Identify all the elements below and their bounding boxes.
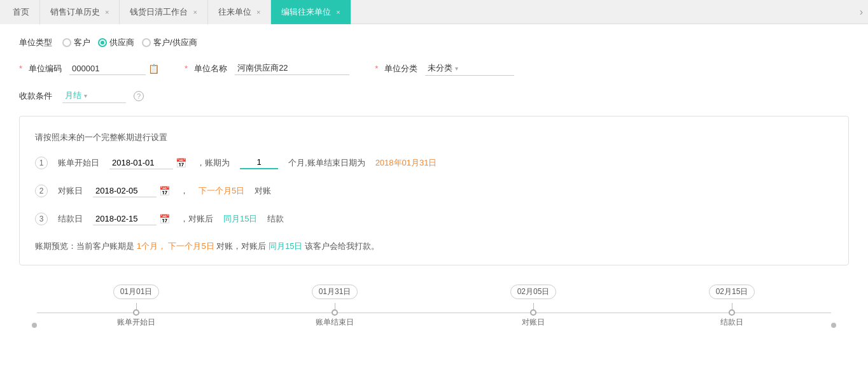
tl-date-2: 01月31日: [312, 285, 358, 299]
step-1-label: 账单开始日: [58, 157, 99, 169]
unit-type-label: 单位类型: [19, 37, 52, 48]
radio-supplier-label: 供应商: [109, 37, 134, 48]
period-input[interactable]: [240, 156, 278, 169]
unit-category-select[interactable]: 未分类 ▾: [425, 61, 514, 76]
timeline-point-1: 01月01日 账单开始日: [37, 285, 235, 328]
step-2-row: 2 对账日 📅 ， 下一个月5日 对账: [35, 185, 833, 197]
preview-suffix: 该客户会给我打款。: [305, 241, 379, 251]
payment-terms-row: 收款条件 月结 ▾ ?: [19, 88, 849, 103]
timeline-end-dot: [831, 323, 836, 328]
timeline-point-2: 01月31日 账单结束日: [235, 285, 434, 328]
unit-name-group: * 单位名称: [185, 62, 349, 75]
unit-category-star: *: [375, 64, 378, 73]
tl-date-3: 02月05日: [510, 285, 557, 299]
payment-terms-label: 收款条件: [19, 90, 52, 102]
step-2-prefix: ，: [180, 185, 188, 197]
step-1-row: 1 账单开始日 📅 ，账期为 个月,账单结束日期为 2018年01月31日: [35, 156, 833, 169]
preview-row: 账期预览：当前客户账期是 1个月， 下一个月5日 对账，对账后 同月15日 该客…: [35, 241, 833, 252]
step-1-end-date: 2018年01月31日: [375, 157, 437, 169]
tab-edit-partner[interactable]: 编辑往来单位 ×: [271, 0, 351, 24]
tab-cash-workbench-close[interactable]: ×: [193, 8, 197, 16]
tab-cash-workbench-label: 钱货日清工作台: [130, 6, 188, 18]
radio-supplier-circle: [98, 38, 107, 47]
copy-icon[interactable]: 📋: [148, 64, 159, 74]
tab-partner-units-close[interactable]: ×: [256, 8, 260, 16]
payment-terms-select[interactable]: 月结 ▾: [62, 88, 126, 103]
preview-period: 1个月，: [137, 241, 166, 251]
tab-cash-workbench[interactable]: 钱货日清工作台 ×: [120, 0, 207, 24]
step-1-date-input[interactable]: [109, 157, 173, 169]
preview-payment: 同月15日: [269, 241, 302, 251]
timeline-start-dot: [32, 323, 37, 328]
condition-box: 请按照未来的一个完整帐期进行设置 1 账单开始日 📅 ，账期为 个月,账单结束日…: [19, 116, 849, 265]
unit-name-input[interactable]: [235, 62, 349, 75]
tl-date-4: 02月15日: [709, 285, 755, 299]
step-2-date-input[interactable]: [93, 185, 157, 197]
preview-reconcile: 下一个月5日: [168, 241, 214, 251]
help-icon[interactable]: ?: [134, 91, 144, 101]
tab-sales-history-label: 销售订单历史: [50, 6, 100, 18]
step-2-highlight: 下一个月5日: [199, 185, 244, 197]
unit-type-row: 单位类型 客户 供应商 客户/供应商: [19, 37, 849, 48]
step-3-highlight: 同月15日: [223, 213, 257, 225]
tab-edit-partner-close[interactable]: ×: [336, 8, 340, 16]
timeline: 01月01日 账单开始日 01月31日 账单结束日 02月05日: [19, 278, 849, 341]
tab-bar: 首页 销售订单历史 × 钱货日清工作台 × 往来单位 × 编辑往来单位 × ›: [0, 0, 868, 24]
timeline-point-4: 02月15日 结款日: [633, 285, 831, 328]
step-1-period-suffix: 个月,账单结束日期为: [288, 157, 365, 169]
unit-code-input-group: 📋: [69, 62, 159, 75]
unit-code-group: * 单位编码 📋: [19, 62, 159, 75]
tab-sales-history-close[interactable]: ×: [105, 8, 109, 16]
payment-terms-value: 月结: [65, 90, 81, 101]
radio-customer[interactable]: 客户: [62, 37, 90, 48]
tab-edit-partner-label: 编辑往来单位: [281, 6, 331, 18]
radio-customer-label: 客户: [74, 37, 90, 48]
radio-both-label: 客户/供应商: [153, 37, 197, 48]
unit-type-radio-group: 客户 供应商 客户/供应商: [62, 37, 197, 48]
step-3-row: 3 结款日 📅 ，对账后 同月15日 结款: [35, 213, 833, 225]
tl-label-1: 账单开始日: [117, 317, 155, 328]
step-2-calendar-icon[interactable]: 📅: [159, 186, 170, 196]
radio-both-circle: [142, 38, 151, 47]
tl-label-2: 账单结束日: [316, 317, 354, 328]
unit-category-label: 单位分类: [384, 63, 417, 74]
unit-code-star: *: [19, 64, 22, 73]
unit-name-label: 单位名称: [194, 63, 227, 74]
preview-label: 账期预览：当前客户账期是: [35, 241, 134, 251]
condition-title: 请按照未来的一个完整帐期进行设置: [35, 132, 833, 143]
payment-terms-arrow: ▾: [84, 92, 87, 99]
tl-label-3: 对账日: [522, 317, 545, 328]
unit-category-value: 未分类: [428, 62, 452, 74]
preview-mid: 对账，对账后: [216, 241, 266, 251]
radio-supplier[interactable]: 供应商: [98, 37, 134, 48]
tab-home[interactable]: 首页: [0, 0, 40, 24]
unit-category-arrow: ▾: [455, 65, 458, 72]
step-3-label: 结款日: [58, 213, 83, 225]
step-2-label: 对账日: [58, 185, 83, 197]
unit-code-label: 单位编码: [29, 63, 62, 74]
step-1-calendar-icon[interactable]: 📅: [176, 158, 186, 168]
timeline-point-3: 02月05日 对账日: [434, 285, 633, 328]
tab-sales-history[interactable]: 销售订单历史 ×: [40, 0, 120, 24]
radio-customer-circle: [62, 38, 71, 47]
unit-category-group: * 单位分类 未分类 ▾: [375, 61, 514, 76]
tab-home-label: 首页: [13, 6, 29, 18]
step-3-date-input[interactable]: [93, 213, 157, 225]
tab-partner-units[interactable]: 往来单位 ×: [208, 0, 271, 24]
step-3-num: 3: [35, 213, 48, 225]
radio-both[interactable]: 客户/供应商: [142, 37, 197, 48]
step-1-date-group: 📅: [109, 157, 186, 169]
step-3-date-group: 📅: [93, 213, 170, 225]
unit-details-row: * 单位编码 📋 * 单位名称 * 单位分类 未分类 ▾: [19, 61, 849, 76]
tab-more-arrow[interactable]: ›: [855, 0, 868, 24]
step-1-num: 1: [35, 157, 48, 169]
main-content: 单位类型 客户 供应商 客户/供应商 * 单位编码 📋: [0, 24, 868, 387]
unit-code-input[interactable]: [69, 62, 146, 75]
step-3-action: 结款: [267, 213, 284, 225]
step-2-num: 2: [35, 185, 48, 197]
step-2-date-group: 📅: [93, 185, 170, 197]
step-3-prefix: ，对账后: [180, 213, 213, 225]
step-3-calendar-icon[interactable]: 📅: [159, 214, 170, 224]
step-2-action: 对账: [255, 185, 271, 197]
unit-name-star: *: [185, 64, 188, 73]
